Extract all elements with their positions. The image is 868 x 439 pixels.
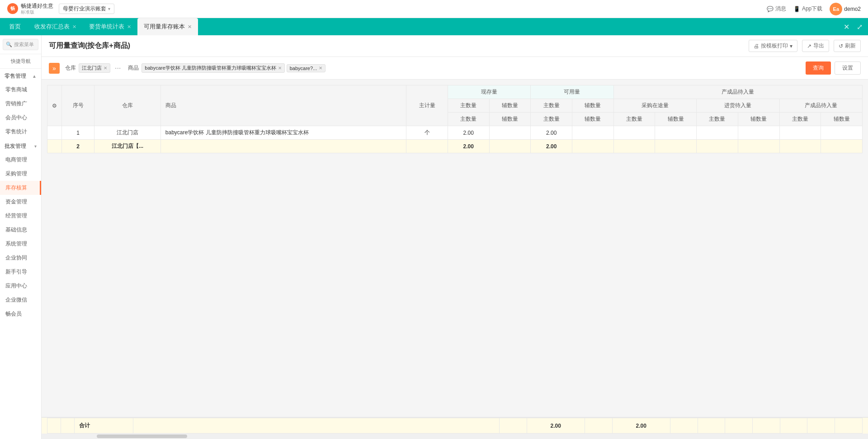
- filter-toggle-button[interactable]: »: [49, 63, 60, 74]
- expand-icon[interactable]: ⤢: [855, 23, 864, 31]
- chevron-down-icon: ▾: [790, 43, 793, 49]
- avail-aux-sub-header: 辅数量: [572, 113, 613, 126]
- close-icon[interactable]: ✕: [188, 24, 192, 30]
- warehouse-column-header: 仓库: [94, 85, 160, 126]
- export-icon: ↗: [807, 43, 811, 49]
- incoming-main-header: 主数量: [697, 113, 738, 126]
- incoming-group-header: 进货待入量: [697, 99, 779, 113]
- close-icon[interactable]: ✕: [127, 24, 131, 30]
- sidebar-item-member[interactable]: 会员中心: [0, 111, 41, 125]
- unit-column-header: 主计量: [406, 85, 448, 126]
- stock-aux-header: 辅数量: [489, 99, 531, 113]
- nav-end-icons: ✕ ⤢: [842, 23, 868, 31]
- table-row: 2 江北门店【... 2.00 2.00: [47, 140, 863, 153]
- content-area: 可用量查询(按仓库+商品) 🖨 按模板打印 ▾ ↗ 导出 ↺ 刷新 »: [42, 35, 868, 439]
- sidebar-group-wholesale: 批发管理 ▾: [0, 139, 41, 153]
- query-button[interactable]: 查询: [806, 61, 831, 75]
- user-area[interactable]: Ea demo2: [830, 3, 861, 15]
- tab-keyongliang[interactable]: 可用量库存账本 ✕: [137, 18, 198, 35]
- close-window-icon[interactable]: ✕: [842, 23, 851, 31]
- num-column-header: 序号: [62, 85, 94, 126]
- sidebar-group-header-wholesale[interactable]: 批发管理 ▾: [0, 139, 41, 153]
- sidebar-item-marketing[interactable]: 营销推广: [0, 97, 41, 111]
- chevron-down-icon: ▾: [34, 144, 37, 149]
- data-table: ⚙ 序号 仓库 商品 主计量 现存量 可用量 产成品待入量 主数量 辅数量 主数…: [47, 85, 863, 153]
- tab-shoufasun[interactable]: 收发存汇总表 ✕: [28, 18, 83, 35]
- sidebar-item-retail-mall[interactable]: 零售商城: [0, 83, 41, 97]
- remove-warehouse-icon[interactable]: ✕: [104, 66, 107, 71]
- production-aux-header: 辅数量: [821, 113, 863, 126]
- sidebar-item-ecommerce[interactable]: 电商管理: [0, 153, 41, 167]
- message-icon: 💬: [767, 6, 774, 12]
- sidebar-item-enterprise[interactable]: 企业协同: [0, 251, 41, 265]
- horizontal-scrollbar[interactable]: [42, 434, 868, 439]
- sidebar-item-finance[interactable]: 资金管理: [0, 195, 41, 209]
- sidebar-item-basic-info[interactable]: 基础信息: [0, 223, 41, 237]
- avail-main-sub-header: 主数量: [531, 113, 572, 126]
- product-filter-group: 商品 babycare学饮杯 儿童防摔防撞吸管杯重力球吸嘴杯宝宝水杯 ✕ bab…: [128, 63, 326, 73]
- warehouse-tags: 江北门店 ✕: [79, 63, 110, 73]
- sidebar-item-purchase[interactable]: 采购管理: [0, 167, 41, 181]
- warehouse-more-button[interactable]: ···: [113, 64, 123, 72]
- message-button[interactable]: 💬 消息: [767, 5, 786, 13]
- sidebar-item-guide[interactable]: 新手引导: [0, 265, 41, 279]
- refresh-icon: ↺: [839, 43, 843, 49]
- setting-button[interactable]: 设置: [835, 61, 861, 75]
- sidebar-group-retail: 零售管理 ▲ 零售商城 营销推广 会员中心 零售统计: [0, 69, 41, 139]
- tab-home[interactable]: 首页: [2, 18, 28, 35]
- logo-area: 畅 畅捷通好生意 标准版: [7, 3, 53, 14]
- chevron-down-icon: ▾: [108, 6, 110, 11]
- purchase-main-header: 主数量: [613, 113, 655, 126]
- table-footer: 合计 2.00 2.00: [42, 417, 868, 434]
- sidebar-item-member2[interactable]: 畅会员: [0, 307, 41, 321]
- sidebar-item-app-center[interactable]: 应用中心: [0, 279, 41, 293]
- avail-main-header: 主数量: [531, 99, 572, 113]
- sidebar-search-area: 🔍 搜索菜单: [0, 35, 41, 54]
- sidebar-item-retail-stats[interactable]: 零售统计: [0, 125, 41, 139]
- avail-aux-header: 辅数量: [572, 99, 613, 113]
- sidebar-item-operations[interactable]: 经营管理: [0, 209, 41, 223]
- sidebar-item-wechat[interactable]: 企业微信: [0, 293, 41, 307]
- warehouse-tag: 江北门店 ✕: [79, 63, 110, 73]
- refresh-button[interactable]: ↺ 刷新: [834, 40, 861, 52]
- tab-yaohuo[interactable]: 要货单统计表 ✕: [83, 18, 137, 35]
- production-group-header: 产成品待入量: [779, 99, 863, 113]
- footer-table: 合计 2.00 2.00: [47, 418, 863, 434]
- sidebar-item-system[interactable]: 系统管理: [0, 237, 41, 251]
- sidebar: 🔍 搜索菜单 快捷导航 零售管理 ▲ 零售商城 营销推广 会员中心 零售统计 批…: [0, 35, 42, 439]
- filter-bar: » 仓库 江北门店 ✕ ··· 商品 babycare学饮杯 儿童防摔防撞吸管杯…: [42, 57, 868, 80]
- search-button[interactable]: 🔍 搜索菜单: [3, 39, 38, 50]
- incoming-aux-header: 辅数量: [738, 113, 779, 126]
- table-row: 1 江北门店 babycare学饮杯 儿童防摔防撞吸管杯重力球吸嘴杯宝宝水杯 个…: [47, 126, 863, 140]
- export-button[interactable]: ↗ 导出: [802, 40, 829, 52]
- product-tag-1: babycare学饮杯 儿童防摔防撞吸管杯重力球吸嘴杯宝宝水杯 ✕: [142, 63, 284, 73]
- top-bar: 畅 畅捷通好生意 标准版 母婴行业演示账套 ▾ 💬 消息 📱 App下载 Ea …: [0, 0, 868, 18]
- stock-main-header: 主数量: [448, 99, 489, 113]
- page-title: 可用量查询(按仓库+商品): [49, 41, 130, 55]
- stock-aux-sub-header: 辅数量: [489, 113, 531, 126]
- scrollbar-thumb[interactable]: [97, 434, 187, 438]
- industry-select[interactable]: 母婴行业演示账套 ▾: [59, 4, 114, 14]
- close-icon[interactable]: ✕: [72, 24, 76, 30]
- planned-inbound-group-header: 产成品待入量: [613, 85, 862, 99]
- app-download-button[interactable]: 📱 App下载: [793, 5, 822, 13]
- remove-product2-icon[interactable]: ✕: [319, 66, 322, 71]
- logo-icon: 畅: [7, 3, 18, 14]
- main-layout: 🔍 搜索菜单 快捷导航 零售管理 ▲ 零售商城 营销推广 会员中心 零售统计 批…: [0, 35, 868, 439]
- sidebar-group-header-retail[interactable]: 零售管理 ▲: [0, 69, 41, 83]
- remove-product1-icon[interactable]: ✕: [278, 66, 282, 71]
- stock-group-header: 现存量: [448, 85, 530, 99]
- sidebar-item-inventory[interactable]: 库存核算: [0, 181, 41, 195]
- warehouse-filter-group: 仓库 江北门店 ✕ ···: [65, 63, 123, 73]
- top-bar-left: 畅 畅捷通好生意 标准版 母婴行业演示账套 ▾: [7, 3, 114, 14]
- template-print-button[interactable]: 🖨 按模板打印 ▾: [749, 40, 797, 52]
- page-header: 可用量查询(按仓库+商品) 🖨 按模板打印 ▾ ↗ 导出 ↺ 刷新: [42, 35, 868, 57]
- product-tag-2: babycare?... ✕: [287, 64, 326, 72]
- purchase-aux-header: 辅数量: [655, 113, 697, 126]
- app-icon: 📱: [793, 6, 800, 12]
- sidebar-item-quick-nav[interactable]: 快捷导航: [0, 54, 41, 69]
- search-icon: 🔍: [6, 42, 12, 47]
- product-label: 商品: [128, 64, 139, 72]
- warehouse-label: 仓库: [65, 64, 76, 72]
- table-container: ⚙ 序号 仓库 商品 主计量 现存量 可用量 产成品待入量 主数量 辅数量 主数…: [42, 80, 868, 417]
